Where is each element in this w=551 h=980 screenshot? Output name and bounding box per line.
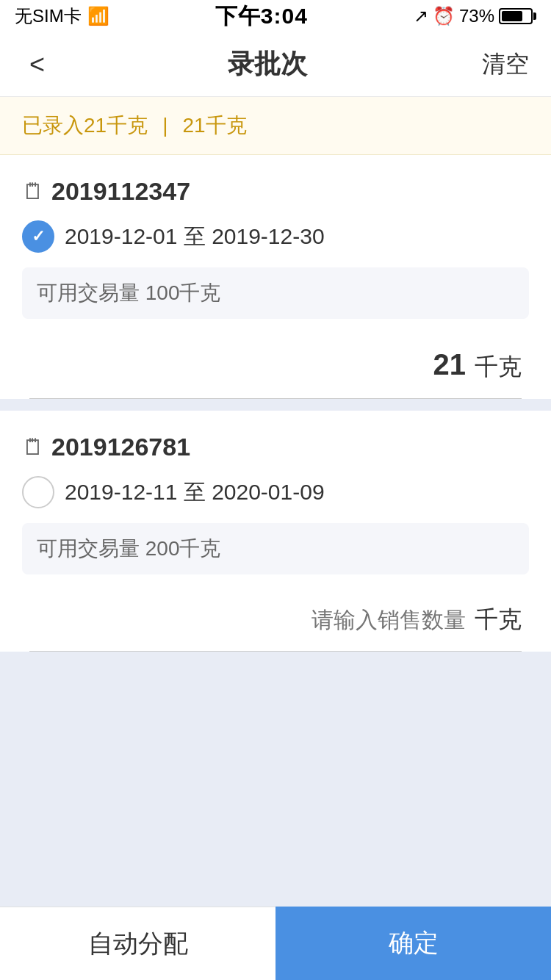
recorded-amount-label: 已录入21千克 bbox=[22, 112, 148, 140]
auto-distribute-button[interactable]: 自动分配 bbox=[0, 907, 276, 980]
batch-1-amount-row: 21 千克 bbox=[0, 334, 551, 398]
nav-bar: < 录批次 清空 bbox=[0, 32, 551, 97]
back-button[interactable]: < bbox=[22, 42, 52, 87]
batch-1-amount-unit: 千克 bbox=[475, 351, 522, 383]
clear-button[interactable]: 清空 bbox=[482, 48, 529, 81]
batch-2-date: 2019-12-11 至 2020-01-09 bbox=[65, 478, 325, 508]
batch-2-date-row[interactable]: 2019-12-11 至 2020-01-09 bbox=[0, 469, 551, 516]
batch-2-id: 2019126781 bbox=[51, 433, 190, 461]
batch-2-input-row[interactable]: 千克 bbox=[0, 589, 551, 651]
status-left: 无SIM卡 📶 bbox=[15, 4, 109, 28]
batch-1-date-row[interactable]: ✓ 2019-12-01 至 2019-12-30 bbox=[0, 213, 551, 260]
info-divider: | bbox=[162, 114, 168, 137]
batch-1-header: 🗒 2019112347 bbox=[0, 155, 551, 213]
check-icon-1: ✓ bbox=[32, 227, 45, 246]
batch-card-1: 🗒 2019112347 ✓ 2019-12-01 至 2019-12-30 可… bbox=[0, 155, 551, 399]
alarm-icon: ⏰ bbox=[433, 6, 455, 26]
location-icon: ↗ bbox=[414, 6, 428, 26]
doc-icon-1: 🗒 bbox=[22, 179, 44, 204]
wifi-icon: 📶 bbox=[87, 6, 109, 26]
battery-icon bbox=[499, 8, 536, 24]
recorded-amount-value: 21千克 bbox=[182, 112, 246, 140]
doc-icon-2: 🗒 bbox=[22, 435, 44, 460]
batch-2-unit: 千克 bbox=[475, 604, 522, 636]
battery-percent: 73% bbox=[459, 6, 494, 26]
batch-2-available: 可用交易量 200千克 bbox=[22, 523, 529, 574]
footer: 自动分配 确定 bbox=[0, 907, 551, 980]
batch-1-id: 2019112347 bbox=[51, 177, 190, 206]
batch-1-radio[interactable]: ✓ bbox=[22, 220, 54, 253]
batch-2-header: 🗒 2019126781 bbox=[0, 411, 551, 469]
section-separator bbox=[0, 399, 551, 411]
page-title: 录批次 bbox=[228, 46, 307, 82]
batch-2-radio[interactable] bbox=[22, 476, 54, 508]
status-time: 下午3:04 bbox=[215, 1, 308, 32]
batch-1-date: 2019-12-01 至 2019-12-30 bbox=[65, 222, 325, 252]
batch-card-2: 🗒 2019126781 2019-12-11 至 2020-01-09 可用交… bbox=[0, 411, 551, 652]
batch-1-amount-value: 21 bbox=[433, 348, 467, 381]
status-right: ↗ ⏰ 73% bbox=[414, 6, 536, 26]
info-bar: 已录入21千克 | 21千克 bbox=[0, 97, 551, 155]
status-bar: 无SIM卡 📶 下午3:04 ↗ ⏰ 73% bbox=[0, 0, 551, 32]
batch-1-available: 可用交易量 100千克 bbox=[22, 267, 529, 319]
sales-quantity-input[interactable] bbox=[245, 608, 466, 633]
confirm-button[interactable]: 确定 bbox=[276, 907, 551, 980]
carrier-text: 无SIM卡 bbox=[15, 4, 82, 28]
